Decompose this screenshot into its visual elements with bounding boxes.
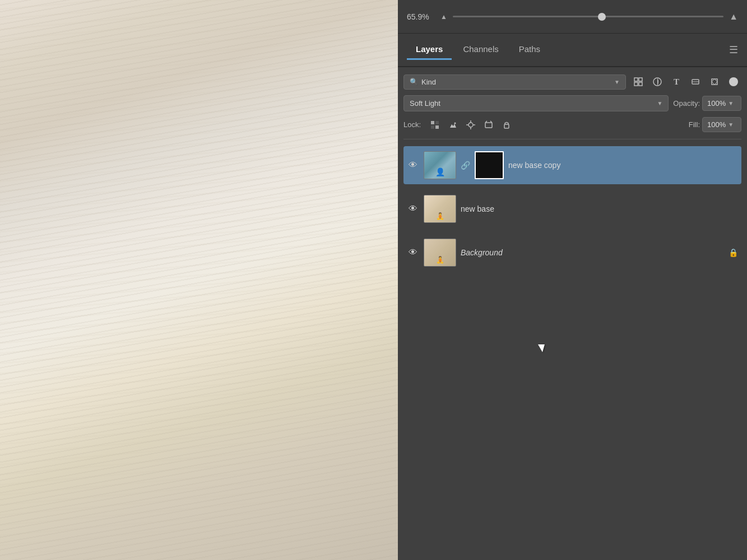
blend-row: Soft Light ▼ Opacity: 100% ▼ [403,95,741,111]
filter-row: 🔍 Kind ▼ [403,74,741,90]
layer-name-new-base: new base [461,204,738,213]
kind-chevron-icon: ▼ [614,79,620,85]
smart-filter-icon[interactable] [707,74,722,90]
zoom-increase-button[interactable]: ▲ [729,12,738,22]
lock-image-pixels-button[interactable] [446,118,460,132]
layer-row-background[interactable]: 👁 Background 🔒 [403,234,741,272]
fill-dropdown[interactable]: 100% ▼ [702,117,741,132]
fill-chevron-icon: ▼ [728,122,734,128]
svg-point-12 [454,122,456,124]
layer-name-new-base-copy: new base copy [508,161,738,170]
svg-rect-11 [431,125,434,129]
background-lock-icon: 🔒 [729,248,738,257]
thumbnail-new-base-copy [424,151,456,179]
svg-rect-1 [639,78,642,81]
mask-thumbnail-new-base-copy [475,151,504,179]
canvas-area [0,0,398,560]
tabs-bar: Layers Channels Paths ☰ [398,34,747,67]
svg-rect-18 [485,123,492,128]
fill-group: Fill: 100% ▼ [689,117,741,132]
right-panel: 65.9% ▲ ▲ Layers Channels Paths ☰ 🔍 Kind… [398,0,747,560]
layer-name-background: Background [461,248,724,257]
visibility-eye-background[interactable]: 👁 [407,248,419,258]
type-filter-icon[interactable]: T [669,74,684,90]
adjustment-filter-icon[interactable] [649,74,665,90]
thumbnail-new-base [424,195,456,223]
zoom-value: 65.9% [407,12,435,21]
lock-label: Lock: [403,120,421,129]
svg-rect-10 [435,121,439,124]
tab-paths[interactable]: Paths [510,40,549,60]
shape-filter-icon[interactable] [688,74,703,90]
visibility-eye-new-base[interactable]: 👁 [407,204,419,214]
empty-canvas-area [403,277,741,553]
lock-position-button[interactable] [463,118,478,132]
visibility-eye-new-base-copy[interactable]: 👁 [407,160,419,170]
mouse-cursor [538,344,545,352]
svg-rect-21 [504,124,509,128]
opacity-dropdown[interactable]: 100% ▼ [702,96,741,111]
lock-icons [428,118,514,132]
opacity-chevron-icon: ▼ [728,100,734,106]
layers-panel: 🔍 Kind ▼ [398,67,747,560]
svg-rect-3 [639,82,642,86]
thumbnail-background [424,239,456,267]
panel-menu-icon[interactable]: ☰ [729,44,738,56]
layer-row-new-base-copy[interactable]: 👁 🔗 new base copy [403,146,741,184]
pixel-filter-icon[interactable] [630,74,646,90]
lock-artboard-button[interactable] [481,118,496,132]
opacity-label: Opacity: [673,99,700,108]
tab-layers[interactable]: Layers [407,40,452,60]
opacity-value: 100% [707,99,726,108]
blend-chevron-icon: ▼ [657,100,662,106]
filter-icons: T [630,74,741,90]
blend-mode-dropdown[interactable]: Soft Light ▼ [403,95,669,111]
fill-label: Fill: [689,120,700,129]
separator-1 [403,139,741,139]
blend-mode-value: Soft Light [410,99,440,108]
circle-filter-toggle[interactable] [726,74,741,90]
svg-rect-2 [634,82,638,86]
zoom-bar: 65.9% ▲ ▲ [398,0,747,34]
zoom-slider-track[interactable] [453,16,723,17]
lock-row: Lock: [403,117,741,132]
svg-rect-7 [712,79,717,85]
kind-dropdown[interactable]: 🔍 Kind ▼ [403,74,626,90]
link-icon-new-base-copy: 🔗 [461,161,470,170]
canvas-image [0,0,398,560]
lock-transparent-pixels-button[interactable] [428,118,442,132]
opacity-group: Opacity: 100% ▼ [673,96,741,111]
zoom-slider-thumb[interactable] [598,13,606,21]
tab-channels[interactable]: Channels [454,40,507,60]
svg-rect-9 [435,125,439,129]
fill-value: 100% [707,120,726,129]
zoom-decrease-button[interactable]: ▲ [440,13,447,21]
kind-label: Kind [421,78,436,86]
lock-all-button[interactable] [499,118,514,132]
layer-row-new-base[interactable]: 👁 new base [403,190,741,228]
svg-rect-8 [431,121,434,124]
search-icon: 🔍 [410,78,418,86]
svg-point-13 [468,123,473,127]
svg-rect-0 [634,78,638,81]
